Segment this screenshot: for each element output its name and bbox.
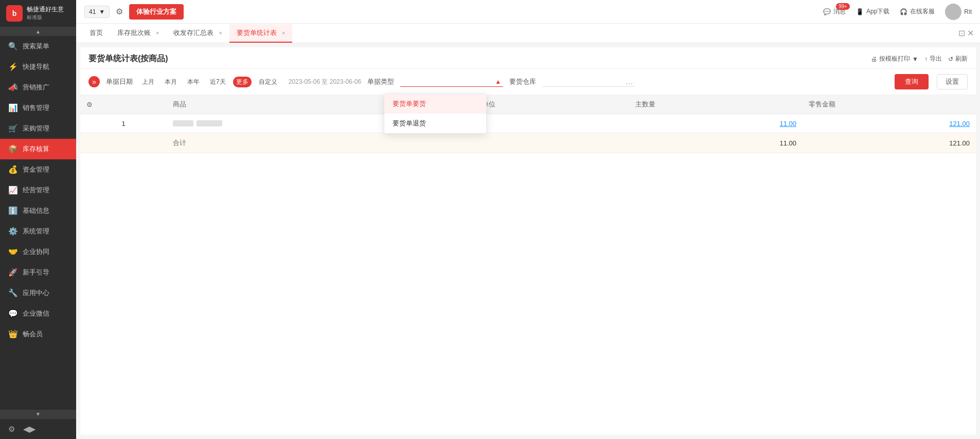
sidebar-item-collab[interactable]: 🤝 企业协同: [0, 242, 76, 262]
product-bar-1: [173, 120, 193, 126]
tab-home[interactable]: 首页: [82, 24, 110, 43]
tab-maximize-icon[interactable]: ⊡: [958, 28, 965, 38]
date-custom-btn[interactable]: 自定义: [256, 77, 280, 87]
messages-item[interactable]: 💬 消息 99+: [823, 7, 846, 16]
sidebar-item-marketing[interactable]: 📣 营销推广: [0, 77, 76, 98]
date-more-btn[interactable]: 更多: [233, 77, 252, 87]
warehouse-filter-wrapper: …: [542, 77, 635, 87]
footer-empty-1: [80, 133, 167, 153]
export-button[interactable]: ↑ 导出: [924, 54, 942, 63]
sidebar: b 畅捷通好生意 标准版 ▲ 🔍 搜索菜单 ⚡ 快捷导航 📣 营销推广 📊 销售…: [0, 0, 76, 439]
sidebar-item-label: 应用中心: [23, 288, 49, 298]
query-button[interactable]: 查询: [895, 74, 929, 89]
footer-empty-2: [456, 133, 629, 153]
tab-receive-summary[interactable]: 收发存汇总表 ×: [166, 24, 229, 43]
menu-collapse-icon[interactable]: ◀▶: [23, 424, 35, 434]
avatar: [945, 4, 961, 20]
main-content: 41 ▼ ⚙ 体验行业方案 💬 消息 99+ 📱 App下载 🎧 在线客服: [76, 0, 980, 439]
tab-label: 要货单统计表: [237, 28, 277, 38]
print-dropdown-icon: ▼: [912, 56, 918, 63]
tab-close-icon[interactable]: ×: [156, 30, 159, 36]
dropdown-item-yaohuo-tui[interactable]: 要货单退货: [384, 114, 486, 133]
type-filter-chevron[interactable]: ▲: [495, 78, 501, 85]
sidebar-item-guide[interactable]: 🚀 新手引导: [0, 262, 76, 283]
print-button[interactable]: 🖨 按模板打印 ▼: [871, 54, 918, 63]
refresh-button[interactable]: ↺ 刷新: [948, 54, 968, 63]
logo-text: 畅捷通好生意: [27, 6, 64, 14]
sidebar-item-label: 营销推广: [23, 83, 49, 92]
tab-label: 收发存汇总表: [173, 28, 213, 38]
footer-amount: 121.00: [803, 133, 976, 153]
tab-inventory-ledger[interactable]: 库存批次账 ×: [110, 24, 166, 43]
user-item[interactable]: Rit: [945, 4, 972, 20]
sidebar-item-label: 采购管理: [23, 124, 49, 133]
megaphone-icon: 📣: [8, 83, 17, 92]
sidebar-item-finance[interactable]: 💰 资金管理: [0, 159, 76, 180]
tool-icon: 🔧: [8, 288, 17, 298]
app-download-item[interactable]: 📱 App下载: [856, 7, 889, 16]
sidebar-item-search[interactable]: 🔍 搜索菜单: [0, 36, 76, 57]
sidebar-item-label: 系统管理: [23, 227, 49, 236]
sidebar-nav: 🔍 搜索菜单 ⚡ 快捷导航 📣 营销推广 📊 销售管理 🛒 采购管理 📦 库存核…: [0, 36, 76, 410]
sidebar-item-system[interactable]: ⚙️ 系统管理: [0, 221, 76, 242]
store-selector[interactable]: 41 ▼: [84, 6, 110, 18]
sidebar-item-member[interactable]: 👑 畅会员: [0, 324, 76, 344]
dropdown-item-yaohuo-yao[interactable]: 要货单要货: [384, 94, 486, 114]
tab-close-all-icon[interactable]: ✕: [967, 28, 974, 38]
table-row: 1 块 11.00 121.00: [80, 114, 976, 133]
date-this-month-btn[interactable]: 本月: [162, 77, 180, 87]
sidebar-item-app-center[interactable]: 🔧 应用中心: [0, 283, 76, 303]
sidebar-item-wechat[interactable]: 💬 企业微信: [0, 303, 76, 324]
chart-icon: 📊: [8, 103, 17, 113]
amount-link[interactable]: 121.00: [949, 120, 970, 127]
page-header: 要货单统计表(按商品) 🖨 按模板打印 ▼ ↑ 导出 ↺ 刷新: [80, 47, 976, 69]
app-logo: b 畅捷通好生意 标准版: [0, 0, 76, 27]
sidebar-scroll-down[interactable]: ▼: [0, 410, 76, 418]
th-amount: 零售金额: [803, 95, 976, 114]
warehouse-more-icon[interactable]: …: [626, 78, 633, 86]
sidebar-item-purchase[interactable]: 🛒 采购管理: [0, 118, 76, 139]
tab-close-icon[interactable]: ×: [282, 30, 285, 36]
sidebar-item-basic-info[interactable]: ℹ️ 基础信息: [0, 200, 76, 221]
page-content: 要货单统计表(按商品) 🖨 按模板打印 ▼ ↑ 导出 ↺ 刷新 »: [80, 47, 976, 435]
footer-qty: 11.00: [629, 133, 803, 153]
type-dropdown: 要货单要货 要货单退货: [384, 94, 487, 134]
sidebar-item-label: 企业微信: [23, 309, 49, 318]
settings-footer-icon[interactable]: ⚙: [8, 425, 15, 434]
header-right: 💬 消息 99+ 📱 App下载 🎧 在线客服 Rit: [823, 4, 972, 20]
sidebar-item-quick-nav[interactable]: ⚡ 快捷导航: [0, 57, 76, 77]
date-this-year-btn[interactable]: 本年: [184, 77, 203, 87]
sidebar-item-sales[interactable]: 📊 销售管理: [0, 98, 76, 118]
cell-amount: 121.00: [803, 114, 976, 133]
expand-filter-button[interactable]: »: [88, 76, 100, 87]
date-7days-btn[interactable]: 近7天: [207, 77, 229, 87]
handshake-icon: 🤝: [8, 247, 17, 257]
set-button[interactable]: 设置: [937, 74, 968, 89]
sidebar-item-label: 资金管理: [23, 165, 49, 174]
online-service-item[interactable]: 🎧 在线客服: [900, 7, 935, 16]
sidebar-item-inventory[interactable]: 📦 库存核算: [0, 139, 76, 159]
sidebar-item-label: 快捷导航: [23, 62, 49, 71]
print-label: 按模板打印: [879, 54, 910, 63]
type-filter-wrapper: ▲: [400, 77, 503, 87]
box-icon: 📦: [8, 144, 17, 154]
export-label: 导出: [930, 54, 942, 63]
sidebar-scroll-up[interactable]: ▲: [0, 27, 76, 36]
top-header: 41 ▼ ⚙ 体验行业方案 💬 消息 99+ 📱 App下载 🎧 在线客服: [76, 0, 980, 24]
cart-icon: 🛒: [8, 124, 17, 133]
qty-link[interactable]: 11.00: [779, 120, 796, 127]
warehouse-filter-input[interactable]: [542, 77, 635, 87]
sidebar-item-operations[interactable]: 📈 经营管理: [0, 180, 76, 200]
column-settings-icon[interactable]: ⚙: [86, 101, 93, 108]
type-filter-label: 单据类型: [367, 77, 394, 86]
rocket-icon: 🚀: [8, 268, 17, 277]
tab-close-icon[interactable]: ×: [219, 30, 222, 36]
type-filter-input[interactable]: [400, 77, 503, 87]
header-settings-icon[interactable]: ⚙: [116, 7, 123, 16]
logo-icon: b: [6, 5, 23, 22]
trial-button[interactable]: 体验行业方案: [129, 4, 184, 20]
cell-qty: 11.00: [629, 114, 803, 133]
date-prev-month-btn[interactable]: 上月: [139, 77, 157, 87]
tab-order-stats[interactable]: 要货单统计表 ×: [229, 24, 292, 43]
store-name: 41: [89, 8, 96, 15]
